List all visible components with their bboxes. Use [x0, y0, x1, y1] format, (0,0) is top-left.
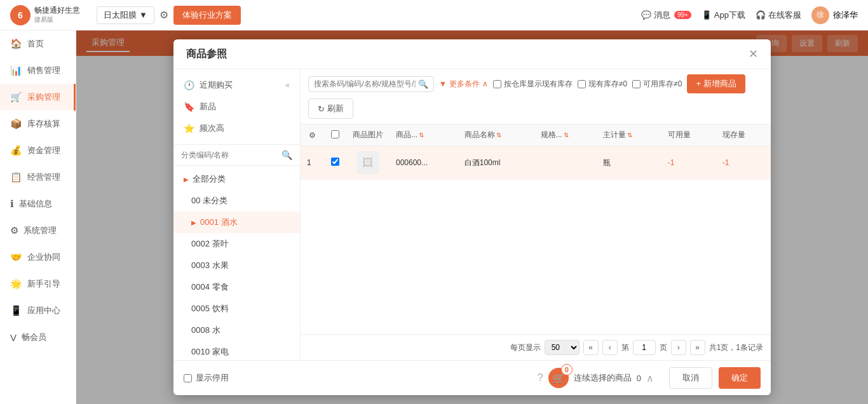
page-number-input[interactable]	[633, 340, 656, 355]
col-available-label: 可用量	[668, 130, 691, 139]
enterprise-icon: 🤝	[10, 252, 22, 263]
sidebar-item-finance[interactable]: 💰 资金管理	[0, 137, 76, 164]
cat-liquor[interactable]: ▶ 0001 酒水	[173, 212, 300, 233]
sidebar-item-operations[interactable]: 📋 经营管理	[0, 164, 76, 191]
sidebar-label-home: 首页	[27, 38, 44, 50]
col-available: 可用量	[661, 125, 716, 146]
cat-snacks-label: 0004 零食	[191, 281, 229, 293]
last-page-button[interactable]: »	[690, 340, 705, 355]
cart-button[interactable]: 🛒 0	[548, 368, 569, 388]
online-service-item[interactable]: 🎧 在线客服	[756, 10, 801, 21]
current-stock-checkbox[interactable]	[578, 80, 586, 88]
cat-uncategorized-label: 00 未分类	[191, 195, 227, 206]
message-icon: 💬	[641, 10, 651, 20]
sidebar-label-basic-info: 基础信息	[19, 198, 52, 210]
sidebar-label-inventory: 库存核算	[27, 118, 60, 130]
user-area[interactable]: 徐 徐泽华	[811, 6, 858, 24]
sidebar-item-home[interactable]: 🏠 首页	[0, 30, 76, 57]
cat-water[interactable]: 0008 水	[173, 320, 300, 341]
cat-uncategorized[interactable]: 00 未分类	[173, 190, 300, 212]
cat-appliances[interactable]: 0010 家电	[173, 341, 300, 360]
sort-icon-spec: ⇅	[564, 131, 569, 138]
cat-drinks[interactable]: 0005 饮料	[173, 298, 300, 320]
message-badge: 99+	[674, 11, 691, 19]
modal-title: 商品参照	[186, 48, 227, 61]
category-search-icon[interactable]: 🔍	[281, 150, 292, 160]
sidebar-item-member[interactable]: V 畅会员	[0, 324, 76, 351]
col-code-label: 商品...	[396, 130, 417, 140]
next-page-button[interactable]: ›	[671, 340, 686, 355]
refresh-button[interactable]: ↻ 刷新	[308, 98, 353, 119]
app-download-item[interactable]: 📱 App下载	[702, 10, 745, 21]
prev-page-button[interactable]: ‹	[602, 340, 618, 355]
category-search-input[interactable]	[181, 151, 278, 159]
sidebar-item-system[interactable]: ⚙ 系统管理	[0, 217, 76, 244]
store-selector[interactable]: 日太阳膜 ▼	[97, 6, 154, 24]
sort-icon-name: ⇅	[496, 131, 501, 138]
top-navigation: 6 畅捷通好生意 捷易版 日太阳膜 ▼ ⚙ 体验行业方案 💬 消息 99+ 📱 …	[0, 0, 868, 30]
app-download-label: App下载	[714, 10, 745, 21]
fold-button[interactable]: ∧	[646, 372, 654, 384]
filter-label: 更多条件	[449, 79, 480, 90]
available-stock-label: 可用库存≠0	[643, 79, 682, 90]
select-all-checkbox[interactable]	[331, 130, 339, 138]
message-nav-item[interactable]: 💬 消息 99+	[641, 10, 691, 21]
high-freq-tab[interactable]: ⭐ 频次高	[173, 118, 300, 139]
avatar: 徐	[811, 6, 829, 24]
cat-drinks-label: 0005 饮料	[191, 303, 229, 314]
cat-all[interactable]: ▶ 全部分类	[173, 168, 300, 190]
add-product-button[interactable]: + 新增商品	[687, 74, 745, 93]
toolbar: 🔍 ▼ 更多条件 ∧ 按仓库显示现有库存	[301, 69, 771, 125]
sidebar-item-app-center[interactable]: 📱 应用中心	[0, 297, 76, 324]
sidebar-item-inventory[interactable]: 📦 库存核算	[0, 111, 76, 137]
confirm-button[interactable]: 确定	[719, 367, 761, 389]
show-disabled-checkbox[interactable]	[184, 374, 192, 382]
per-page-select[interactable]: 50 10 20 100	[545, 340, 580, 355]
product-search-input[interactable]	[314, 79, 416, 88]
app-center-icon: 📱	[10, 305, 22, 316]
cat-fruit-label: 0003 水果	[191, 260, 229, 271]
page-word: 第	[621, 342, 629, 353]
row-index: 1	[301, 146, 323, 180]
right-panel: 🔍 ▼ 更多条件 ∧ 按仓库显示现有库存	[301, 69, 771, 360]
current-stock-checkbox-group: 现有库存≠0	[578, 79, 627, 90]
sidebar-label-sales: 销售管理	[27, 65, 60, 76]
cancel-button[interactable]: 取消	[669, 367, 712, 389]
first-page-button[interactable]: «	[583, 340, 599, 355]
cat-tea[interactable]: 0002 茶叶	[173, 233, 300, 255]
new-product-tab[interactable]: 🔖 新品	[173, 96, 300, 118]
recent-label: 近期购买	[200, 79, 233, 91]
left-panel: 🕐 近期购买 « 🔖 新品 ⭐ 频次高	[173, 69, 301, 360]
continuous-label: 连续选择的商品	[574, 372, 632, 384]
sidebar-label-finance: 资金管理	[27, 145, 60, 156]
product-search-icon[interactable]: 🔍	[418, 79, 428, 89]
available-stock-checkbox[interactable]	[632, 80, 641, 88]
col-unit-label: 主计量	[603, 130, 626, 140]
sidebar-item-purchase[interactable]: 🛒 采购管理	[0, 84, 76, 111]
cat-snacks[interactable]: 0004 零食	[173, 276, 300, 298]
warehouse-stock-checkbox[interactable]	[493, 80, 501, 88]
page-word2: 页	[660, 342, 667, 353]
col-unit: 主计量 ⇅	[597, 125, 661, 146]
experience-button[interactable]: 体验行业方案	[173, 6, 241, 25]
cat-fruit[interactable]: 0003 水果	[173, 255, 300, 276]
more-filter-button[interactable]: ▼ 更多条件 ∧	[439, 79, 488, 90]
modal-close-button[interactable]: ✕	[749, 47, 758, 61]
sidebar-item-guide[interactable]: 🌟 新手引导	[0, 271, 76, 297]
help-icon[interactable]: ?	[538, 372, 543, 384]
chevron-up-icon: ∧	[482, 79, 488, 88]
purchase-icon: 🛒	[10, 91, 22, 103]
filter-icon: ▼	[439, 79, 447, 88]
sidebar-item-basic-info[interactable]: ℹ 基础信息	[0, 191, 76, 217]
logo-area: 6 畅捷通好生意 捷易版	[10, 5, 86, 25]
recent-purchase-tab[interactable]: 🕐 近期购买 «	[173, 74, 300, 96]
refresh-label: 刷新	[327, 103, 344, 114]
table-row[interactable]: 1 🖼 000600... 白酒100ml	[301, 146, 771, 180]
row-checkbox[interactable]	[331, 158, 339, 166]
cat-water-label: 0008 水	[191, 325, 220, 336]
message-label: 消息	[654, 10, 670, 21]
sidebar-item-sales[interactable]: 📊 销售管理	[0, 57, 76, 84]
sidebar-item-enterprise[interactable]: 🤝 企业协同	[0, 244, 76, 271]
settings-icon[interactable]: ⚙	[159, 9, 168, 21]
row-image: 🖼	[346, 146, 390, 180]
